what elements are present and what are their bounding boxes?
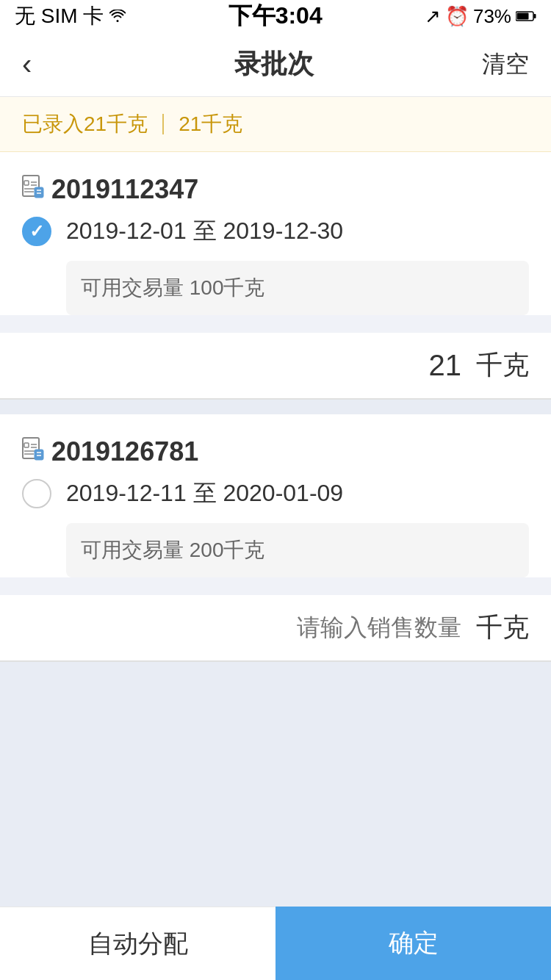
batch-1-date: 2019-12-01 至 2019-12-30 (66, 215, 343, 248)
batch-1-qty-value: 21 (429, 349, 462, 382)
nav-title: 录批次 (234, 46, 314, 82)
confirm-button[interactable]: 确定 (276, 907, 551, 980)
svg-rect-1 (534, 14, 536, 18)
status-right: ↗ ⏰ 73% (425, 5, 536, 28)
location-icon: ↗ (425, 5, 441, 28)
recorded-label: 已录入21千克 (22, 110, 148, 138)
nav-bar: ‹ 录批次 清空 (0, 32, 551, 97)
batch-1-header: 2019112347 (22, 174, 529, 205)
batch-item-2: 2019126781 2019-12-11 至 2020-01-09 可用交易量… (0, 414, 551, 577)
battery-icon (516, 10, 536, 22)
wifi-icon (109, 10, 126, 23)
sim-label: 无 SIM 卡 (15, 2, 104, 30)
batch-item-1: 2019112347 2019-12-01 至 2019-12-30 可用交易量… (0, 152, 551, 315)
batch-separator (0, 400, 551, 414)
status-time: 下午3:04 (228, 0, 323, 32)
batch-2-input-row[interactable]: 千克 (0, 595, 551, 662)
batch-2-date-row[interactable]: 2019-12-11 至 2020-01-09 (22, 478, 529, 510)
batch-1-id: 2019112347 (51, 174, 198, 205)
svg-rect-18 (35, 450, 43, 460)
batch-2-radio[interactable] (22, 479, 51, 508)
batch-2-header: 2019126781 (22, 436, 529, 467)
batch-1-avail: 可用交易量 100千克 (66, 261, 529, 315)
battery-percent: 73% (473, 5, 511, 28)
back-button[interactable]: ‹ (22, 48, 66, 81)
batch-2-icon (22, 437, 44, 466)
info-banner: 已录入21千克 21千克 (0, 97, 551, 152)
info-divider (162, 114, 164, 134)
info-value: 21千克 (179, 110, 242, 138)
batch-2-unit: 千克 (476, 610, 529, 646)
batch-1-qty-row: 21 千克 (0, 333, 551, 400)
svg-rect-9 (35, 187, 43, 198)
batch-1-icon (22, 175, 44, 204)
batch-1-qty-unit: 千克 (476, 347, 529, 383)
status-bar: 无 SIM 卡 下午3:04 ↗ ⏰ 73% (0, 0, 551, 32)
clear-button[interactable]: 清空 (482, 48, 529, 81)
batch-2-id: 2019126781 (51, 436, 198, 467)
batch-1-radio[interactable] (22, 217, 51, 246)
batch-1-date-row[interactable]: 2019-12-01 至 2019-12-30 (22, 215, 529, 248)
auto-distribute-button[interactable]: 自动分配 (0, 907, 276, 980)
alarm-icon: ⏰ (445, 5, 469, 28)
svg-rect-2 (517, 13, 529, 20)
batch-2-qty-input[interactable] (168, 614, 461, 641)
batch-2-date: 2019-12-11 至 2020-01-09 (66, 478, 343, 510)
bottom-bar: 自动分配 确定 (0, 907, 551, 980)
status-left: 无 SIM 卡 (15, 2, 126, 30)
batch-2-avail: 可用交易量 200千克 (66, 523, 529, 577)
